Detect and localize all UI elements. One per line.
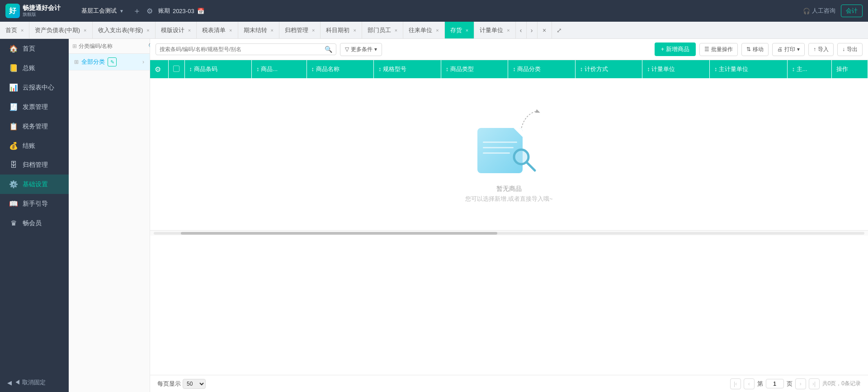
sidebar-checkout-label: 结账 <box>23 142 35 150</box>
th-barcode[interactable]: ↕ 商品条码 <box>184 60 252 78</box>
tab-dept[interactable]: 部门员工 × <box>362 22 403 38</box>
tab-template-label: 模版设计 <box>161 26 184 34</box>
sidebar-item-home[interactable]: 🏠 首页 <box>0 39 69 58</box>
account-button[interactable]: 会计 <box>841 5 863 17</box>
tab-unit[interactable]: 计量单位 × <box>474 22 515 38</box>
sidebar-item-guide[interactable]: 📖 新手引导 <box>0 194 69 213</box>
tab-archive-close[interactable]: × <box>312 28 315 33</box>
product-table: ⚙ ↕ 商品条码 ↕ 商品... <box>150 60 868 78</box>
svg-marker-0 <box>535 109 540 113</box>
tab-contacts[interactable]: 往来单位 × <box>403 22 444 38</box>
settings-icon[interactable]: ⚙ <box>146 7 153 15</box>
print-button[interactable]: 🖨 打印 ▾ <box>772 43 805 56</box>
product-search-icon[interactable]: 🔍 <box>325 46 332 53</box>
collapse-category-icon[interactable]: › <box>142 59 144 65</box>
new-product-button[interactable]: + 新增商品 <box>655 43 696 56</box>
tab-period-end[interactable]: 期末结转 × <box>238 22 279 38</box>
filter-button[interactable]: ▽ 更多条件 ▾ <box>340 43 382 56</box>
category-all-label: 全部分类 <box>81 58 105 66</box>
tab-archive[interactable]: 归档管理 × <box>279 22 321 38</box>
sidebar-collapse-button[interactable]: ◀ ◀ 取消固定 <box>0 373 69 392</box>
support-button[interactable]: 🎧 人工咨询 <box>803 7 835 15</box>
scrollbar-thumb[interactable] <box>181 232 497 235</box>
tab-close-all-button[interactable]: × <box>538 22 552 38</box>
th-category-label: ↕ 商品分类 <box>513 66 541 72</box>
th-type[interactable]: ↕ 商品类型 <box>441 60 508 78</box>
tab-tax-close[interactable]: × <box>229 28 232 33</box>
page-size-select[interactable]: 每页显示 10 20 50 100 <box>157 379 206 389</box>
tab-period-end-close[interactable]: × <box>271 28 274 33</box>
sidebar-item-checkout[interactable]: 💰 结账 <box>0 136 69 156</box>
page-input[interactable] <box>766 379 784 388</box>
th-settings[interactable]: ⚙ <box>150 60 168 78</box>
tab-balance-label: 资产负债表(中期) <box>35 26 80 34</box>
tab-income-close[interactable]: × <box>146 28 149 33</box>
sidebar-item-tax[interactable]: 📋 税务管理 <box>0 117 69 136</box>
tab-expand-button[interactable]: ⤢ <box>552 22 566 38</box>
sidebar-item-invoice[interactable]: 🧾 发票管理 <box>0 97 69 117</box>
tab-subject-close[interactable]: × <box>353 28 356 33</box>
header-checkbox[interactable] <box>173 66 179 72</box>
import-button[interactable]: ↑ 导入 <box>808 43 834 56</box>
prev-page-button[interactable]: ‹ <box>744 378 755 389</box>
sidebar-item-member[interactable]: ♛ 畅会员 <box>0 213 69 233</box>
tab-contacts-close[interactable]: × <box>436 28 439 33</box>
tab-home-close[interactable]: × <box>21 28 24 33</box>
tab-prev-button[interactable]: ‹ <box>516 22 527 38</box>
tab-template[interactable]: 模版设计 × <box>156 22 197 38</box>
per-page-dropdown[interactable]: 10 20 50 100 <box>183 379 206 389</box>
sidebar-item-settings[interactable]: ⚙️ 基础设置 <box>0 175 69 194</box>
product-search-bar[interactable]: 🔍 <box>156 43 336 55</box>
tab-bar: 首页 × 资产负债表(中期) × 收入支出表(年报) × 模版设计 × 税表清单… <box>0 22 868 39</box>
th-check[interactable] <box>168 60 184 78</box>
last-page-button[interactable]: ›| <box>809 378 820 389</box>
app-edition: 旗舰版 <box>23 11 61 18</box>
th-unit[interactable]: ↕ 计量单位 <box>642 60 710 78</box>
tab-balance-sheet[interactable]: 资产负债表(中期) × <box>29 22 92 38</box>
th-category[interactable]: ↕ 商品分类 <box>508 60 576 78</box>
move-icon: ⇅ <box>746 46 751 52</box>
th-spec[interactable]: ↕ 规格型号 <box>374 60 441 78</box>
th-name[interactable]: ↕ 商品名称 <box>307 60 374 78</box>
export-button[interactable]: ↓ 导出 <box>837 43 863 56</box>
move-button[interactable]: ⇅ 移动 <box>741 43 769 56</box>
import-label: 导入 <box>818 46 829 53</box>
th-code[interactable]: ↕ 商品... <box>252 60 307 78</box>
member-icon: ♛ <box>9 219 18 227</box>
column-settings-icon[interactable]: ⚙ <box>155 66 161 73</box>
first-page-button[interactable]: |‹ <box>730 378 741 389</box>
th-main-unit[interactable]: ↕ 主计量单位 <box>709 60 787 78</box>
tab-balance-close[interactable]: × <box>84 28 86 33</box>
tab-subject[interactable]: 科目期初 × <box>321 22 362 38</box>
tab-template-close[interactable]: × <box>188 28 191 33</box>
next-page-button[interactable]: › <box>795 378 806 389</box>
company-selector[interactable]: 基层工会测试 ▼ <box>78 5 127 17</box>
th-code-label: ↕ 商品... <box>256 66 278 72</box>
edit-category-icon[interactable]: ✎ <box>108 57 117 66</box>
tab-dept-close[interactable]: × <box>395 28 397 33</box>
product-search-input[interactable] <box>160 46 322 52</box>
th-price-method[interactable]: ↕ 计价方式 <box>575 60 642 78</box>
tab-home[interactable]: 首页 × <box>0 22 29 38</box>
horizontal-scrollbar[interactable] <box>150 230 868 236</box>
export-label: 导出 <box>847 46 858 53</box>
add-tab-button[interactable]: ＋ <box>133 5 141 16</box>
tab-unit-close[interactable]: × <box>507 28 509 33</box>
category-all-item[interactable]: ⊞ 全部分类 ✎ › <box>69 54 150 71</box>
th-barcode-label: ↕ 商品条码 <box>189 66 217 72</box>
period-value: 2023-03 <box>173 8 194 14</box>
sidebar-item-archive[interactable]: 🗄 归档管理 <box>0 156 69 175</box>
th-extra[interactable]: ↕ 主... <box>787 60 831 78</box>
sidebar-item-ledger[interactable]: 📒 总账 <box>0 58 69 78</box>
sidebar-item-reports[interactable]: 📊 云报表中心 <box>0 78 69 97</box>
tab-next-button[interactable]: › <box>527 22 538 38</box>
batch-button[interactable]: ☰ 批量操作 <box>699 43 738 56</box>
tab-tax[interactable]: 税表清单 × <box>197 22 238 38</box>
calendar-icon[interactable]: 📅 <box>197 8 204 14</box>
tab-income[interactable]: 收入支出表(年报) × <box>93 22 156 38</box>
category-search-input[interactable] <box>79 43 146 49</box>
archive-icon: 🗄 <box>9 161 18 169</box>
tab-inventory-close[interactable]: × <box>466 28 468 33</box>
tab-inventory[interactable]: 存货 × <box>445 22 474 38</box>
pagination: |‹ ‹ 第 页 › ›| 共0页，0条记录 <box>730 378 861 389</box>
